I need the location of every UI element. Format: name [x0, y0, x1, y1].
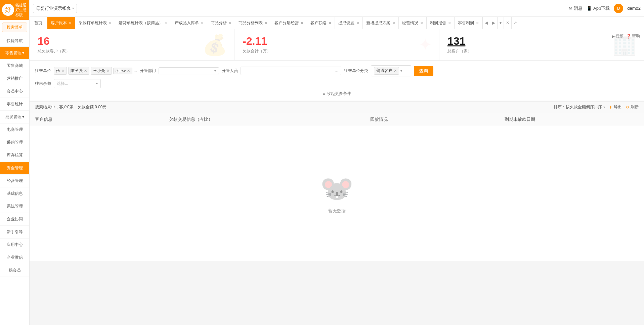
- refresh-button[interactable]: ↺ 刷新: [626, 104, 639, 110]
- filter-tag-more-btn[interactable]: ···: [134, 69, 137, 73]
- topbar: 母婴行业演示帐套 ▾ ✉ 消息 📱 App下载 D demo2: [30, 0, 644, 17]
- help-btn[interactable]: ❓ 帮助: [626, 33, 640, 39]
- tab-product-analysis-list[interactable]: 商品分析列表 ✕: [235, 17, 271, 29]
- sidebar-item-basic-info[interactable]: 基础信息: [0, 187, 29, 200]
- stat-overdue-total-label: 欠款合计（万）: [243, 48, 271, 54]
- export-icon: ⬇: [609, 105, 612, 110]
- tab-close-icon[interactable]: ✕: [109, 21, 112, 25]
- sidebar-item-member-center[interactable]: 会员中心: [0, 85, 29, 98]
- empty-state: 🐭 暂无数据: [320, 153, 354, 234]
- sidebar-item-retail-mall[interactable]: 零售商城: [0, 60, 29, 72]
- filter-classify-label: 往来单位分类: [344, 68, 368, 74]
- tab-close-icon[interactable]: ✕: [420, 21, 423, 25]
- stat-overdue-customers-value: 16: [38, 35, 50, 47]
- filter-balance-select[interactable]: 选择... ▾: [54, 79, 101, 88]
- filter-tag-close-wang[interactable]: ✕: [106, 69, 110, 73]
- stat-overdue-total-value: -2.11: [243, 35, 267, 47]
- tab-close-icon[interactable]: ✕: [69, 21, 72, 25]
- sidebar-item-ecommerce[interactable]: 电商管理: [0, 123, 29, 136]
- tab-business-status[interactable]: 经营情况 ✕: [399, 17, 427, 29]
- search-menu-button[interactable]: 搜索菜单: [2, 23, 27, 32]
- sidebar-item-operations[interactable]: 经营管理: [0, 175, 29, 187]
- filter-collapse-btn[interactable]: ∧ 收起更多条件: [323, 91, 351, 97]
- tab-retail-profit[interactable]: 零售利润 ✕: [455, 17, 482, 29]
- tabs-close-all-btn[interactable]: ✕: [504, 17, 511, 29]
- tabs-menu-btn[interactable]: ▾: [497, 17, 504, 29]
- filter-tag-close-chen[interactable]: ✕: [84, 69, 87, 73]
- filter-dept-select[interactable]: ▾: [159, 67, 219, 74]
- sidebar-item-app-center[interactable]: 应用中心: [0, 239, 29, 251]
- tab-close-icon[interactable]: ✕: [392, 21, 395, 25]
- company-selector[interactable]: 母婴行业演示帐套 ▾: [33, 4, 77, 13]
- query-button[interactable]: 查询: [414, 66, 433, 76]
- export-button[interactable]: ⬇ 导出: [609, 104, 622, 110]
- tab-product-analysis[interactable]: 商品分析 ✕: [207, 17, 235, 29]
- sidebar-item-enterprise-wechat[interactable]: 企业微信: [0, 251, 29, 264]
- filter-person-label: 分管人员: [222, 68, 238, 74]
- stat-bg-money-icon: 💰: [202, 33, 227, 57]
- main-area: 母婴行业演示帐套 ▾ ✉ 消息 📱 App下载 D demo2 首页 客户账本 …: [30, 0, 644, 325]
- stat-actions: ▶ 视频 ❓ 帮助: [612, 33, 640, 39]
- filter-tag-close-cjttcw[interactable]: ✕: [127, 69, 130, 73]
- tab-commission-settings[interactable]: 提成设置 ✕: [335, 17, 363, 29]
- tab-add-commission-plan[interactable]: 新增提成方案 ✕: [363, 17, 399, 29]
- tab-profit-report[interactable]: 利润报告 ✕: [427, 17, 455, 29]
- tab-close-icon[interactable]: ✕: [329, 21, 331, 25]
- col-repayment: 回款情况: [370, 116, 504, 122]
- filter-tag-close-wu[interactable]: ✕: [61, 69, 65, 73]
- help-icon: ❓: [626, 34, 631, 39]
- col-customer-info: 客户信息: [35, 116, 169, 122]
- tab-purchase-stats-product[interactable]: 进货单统计表（按商品） ✕: [115, 17, 171, 29]
- filter-person-more-icon[interactable]: ···: [335, 68, 338, 73]
- sidebar-item-retail-stats[interactable]: 零售统计: [0, 98, 29, 111]
- stat-total-customers-label: 总客户（家）: [447, 48, 472, 54]
- video-btn[interactable]: ▶ 视频: [612, 33, 624, 39]
- tab-production-inbound[interactable]: 产成品入库单 ✕: [171, 17, 207, 29]
- tab-home[interactable]: 首页: [30, 17, 47, 29]
- filter-person-input-wrap: ···: [241, 67, 341, 75]
- filter-classify-tag-close[interactable]: ✕: [394, 69, 397, 73]
- filter-classify-select[interactable]: 普通客户 ✕ ▾: [371, 65, 411, 76]
- sidebar-item-enterprise-collab[interactable]: 企业协同: [0, 213, 29, 226]
- tabs-next-btn[interactable]: ▶: [490, 17, 497, 29]
- sidebar-item-marketing[interactable]: 营销推广: [0, 72, 29, 85]
- tab-customer-tier[interactable]: 客户分层经营 ✕: [271, 17, 307, 29]
- tab-purchase-order-stats[interactable]: 采购订单统计表 ✕: [75, 17, 115, 29]
- messages-button[interactable]: ✉ 消息: [569, 5, 583, 11]
- empty-icon: 🐭: [320, 173, 354, 205]
- stat-overdue-customers: 💰 16 总欠款客户（家）: [30, 29, 234, 60]
- tabs-fullscreen-btn[interactable]: ⤢: [511, 17, 519, 29]
- table-wrap: 客户信息 欠款交易信息（占比） 回款情况 到期未放款日期 🐭 暂无数据: [30, 113, 644, 261]
- tab-close-icon[interactable]: ✕: [165, 21, 168, 25]
- filter-person-input[interactable]: [244, 69, 335, 73]
- sort-select[interactable]: 排序：按欠款金额倒序排序 ▾: [554, 104, 605, 110]
- sidebar-search-area: 搜索菜单: [0, 20, 29, 35]
- filter-dept-arrow-icon: ▾: [214, 69, 216, 73]
- sidebar-item-purchase[interactable]: 采购管理: [0, 136, 29, 149]
- sidebar-item-beginner[interactable]: 新手引导: [0, 226, 29, 239]
- tab-close-icon[interactable]: ✕: [265, 21, 267, 25]
- sidebar-item-member[interactable]: 畅会员: [0, 264, 29, 277]
- tab-close-icon[interactable]: ✕: [448, 21, 451, 25]
- tab-customer-ledger[interactable]: 客户账本 ✕: [47, 17, 75, 29]
- tab-customer-contact[interactable]: 客户联络 ✕: [307, 17, 335, 29]
- tab-close-icon[interactable]: ✕: [301, 21, 303, 25]
- username-label[interactable]: demo2: [627, 6, 641, 11]
- tabs-prev-btn[interactable]: ◀: [482, 17, 490, 29]
- tab-close-icon[interactable]: ✕: [476, 21, 479, 25]
- sidebar-item-finance[interactable]: 资金管理: [0, 162, 29, 175]
- quick-nav-button[interactable]: 快捷导航: [0, 35, 29, 47]
- play-icon: ▶: [612, 34, 615, 39]
- result-amount: 欠款金额 0.00元: [78, 104, 107, 110]
- filter-unit-tags: 伍 ✕ 陈民强 ✕ 王小亮 ✕ cjttcw ✕ ···: [54, 67, 137, 75]
- app-download-button[interactable]: 📱 App下载: [587, 5, 610, 11]
- sidebar-item-system[interactable]: 系统管理: [0, 200, 29, 213]
- sidebar-item-retail-mgmt[interactable]: 零售管理▾: [0, 47, 29, 60]
- tab-close-icon[interactable]: ✕: [356, 21, 359, 25]
- sidebar-item-inventory[interactable]: 库存核算: [0, 149, 29, 162]
- tab-close-icon[interactable]: ✕: [201, 21, 204, 25]
- filter-row-2: 往来余额 选择... ▾: [35, 79, 639, 88]
- tab-close-icon[interactable]: ✕: [229, 21, 231, 25]
- page-content: 💰 16 总欠款客户（家） ✦ -2.11 欠款合计（万） 🏢 131 总客户（…: [30, 29, 644, 325]
- sidebar-item-wholesale[interactable]: 批发管理▾: [0, 111, 29, 123]
